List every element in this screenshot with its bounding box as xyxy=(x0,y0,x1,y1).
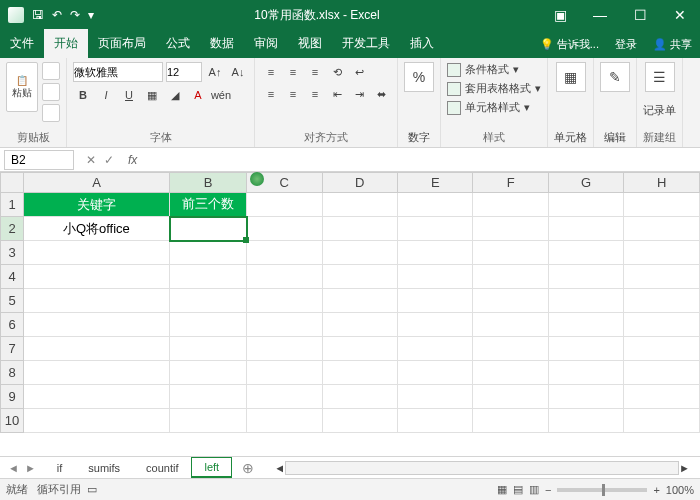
cell[interactable] xyxy=(322,265,398,289)
cell[interactable] xyxy=(548,217,624,241)
cell[interactable] xyxy=(473,337,548,361)
row-header-6[interactable]: 6 xyxy=(1,313,24,337)
cell-B1[interactable]: 前三个数 xyxy=(170,193,247,217)
cut-icon[interactable] xyxy=(42,62,60,80)
cell[interactable] xyxy=(322,385,398,409)
cell[interactable] xyxy=(548,337,624,361)
worksheet-grid[interactable]: A B C D E F G H 1 关键字 前三个数 2 小Q将office 3… xyxy=(0,172,700,456)
cell[interactable] xyxy=(548,313,624,337)
phonetic-button[interactable]: wén xyxy=(211,85,231,105)
enter-icon[interactable]: ✓ xyxy=(104,153,114,167)
horizontal-scrollbar[interactable]: ◄► xyxy=(264,461,700,475)
zoom-out-icon[interactable]: − xyxy=(545,484,551,496)
cell[interactable] xyxy=(24,289,170,313)
cell[interactable] xyxy=(398,385,473,409)
save-icon[interactable]: 🖫 xyxy=(32,8,44,22)
cell[interactable] xyxy=(322,313,398,337)
format-as-table-button[interactable]: 套用表格格式 ▾ xyxy=(447,81,541,96)
col-header-A[interactable]: A xyxy=(24,173,170,193)
tab-dev[interactable]: 开发工具 xyxy=(332,29,400,58)
cell[interactable] xyxy=(24,313,170,337)
tab-view[interactable]: 视图 xyxy=(288,29,332,58)
cell[interactable] xyxy=(170,241,247,265)
cells-button[interactable]: ▦ xyxy=(556,62,586,92)
record-form-button[interactable]: ☰ xyxy=(645,62,675,92)
italic-button[interactable]: I xyxy=(96,85,116,105)
row-header-9[interactable]: 9 xyxy=(1,385,24,409)
cell[interactable] xyxy=(624,385,700,409)
cell[interactable] xyxy=(247,313,323,337)
copy-icon[interactable] xyxy=(42,83,60,101)
cell[interactable] xyxy=(624,337,700,361)
font-name-select[interactable] xyxy=(73,62,163,82)
cell[interactable] xyxy=(473,313,548,337)
align-right-icon[interactable]: ≡ xyxy=(305,84,325,104)
cell[interactable] xyxy=(624,289,700,313)
cell[interactable] xyxy=(548,409,624,433)
cell[interactable] xyxy=(247,337,323,361)
cell[interactable] xyxy=(473,217,548,241)
maximize-button[interactable]: ☐ xyxy=(620,7,660,23)
cell[interactable] xyxy=(473,361,548,385)
redo-icon[interactable]: ↷ xyxy=(70,8,80,22)
cell[interactable] xyxy=(247,217,323,241)
col-header-B[interactable]: B xyxy=(170,173,247,193)
underline-button[interactable]: U xyxy=(119,85,139,105)
cell[interactable] xyxy=(398,241,473,265)
cell[interactable] xyxy=(24,361,170,385)
tab-nav-prev-icon[interactable]: ◄ xyxy=(8,462,19,474)
cell[interactable] xyxy=(170,265,247,289)
cell[interactable] xyxy=(398,361,473,385)
tab-formula[interactable]: 公式 xyxy=(156,29,200,58)
row-header-5[interactable]: 5 xyxy=(1,289,24,313)
bold-button[interactable]: B xyxy=(73,85,93,105)
font-size-select[interactable] xyxy=(166,62,202,82)
cell[interactable] xyxy=(473,409,548,433)
cell[interactable] xyxy=(322,289,398,313)
normal-view-icon[interactable]: ▦ xyxy=(497,483,507,496)
col-header-F[interactable]: F xyxy=(473,173,548,193)
cell[interactable] xyxy=(322,241,398,265)
tab-data[interactable]: 数据 xyxy=(200,29,244,58)
tab-home[interactable]: 开始 xyxy=(44,29,88,58)
cell[interactable] xyxy=(247,193,323,217)
increase-font-icon[interactable]: A↑ xyxy=(205,62,225,82)
cell[interactable] xyxy=(170,313,247,337)
ribbon-options-icon[interactable]: ▣ xyxy=(540,7,580,23)
align-left-icon[interactable]: ≡ xyxy=(261,84,281,104)
fill-color-button[interactable]: ◢ xyxy=(165,85,185,105)
align-center-icon[interactable]: ≡ xyxy=(283,84,303,104)
cell[interactable] xyxy=(24,409,170,433)
row-header-2[interactable]: 2 xyxy=(1,217,24,241)
cell[interactable] xyxy=(624,409,700,433)
cell[interactable] xyxy=(548,289,624,313)
cell[interactable] xyxy=(398,289,473,313)
macro-record-icon[interactable]: ▭ xyxy=(87,483,97,495)
edit-button[interactable]: ✎ xyxy=(600,62,630,92)
cell[interactable] xyxy=(247,409,323,433)
font-color-button[interactable]: A xyxy=(188,85,208,105)
cell[interactable] xyxy=(170,385,247,409)
cell[interactable] xyxy=(24,385,170,409)
cell[interactable] xyxy=(473,289,548,313)
undo-icon[interactable]: ↶ xyxy=(52,8,62,22)
name-box[interactable] xyxy=(4,150,74,170)
tab-layout[interactable]: 页面布局 xyxy=(88,29,156,58)
cell[interactable] xyxy=(322,217,398,241)
cell[interactable] xyxy=(398,337,473,361)
page-break-view-icon[interactable]: ▥ xyxy=(529,483,539,496)
cell[interactable] xyxy=(624,193,700,217)
cell[interactable] xyxy=(473,193,548,217)
cell[interactable] xyxy=(247,241,323,265)
close-button[interactable]: ✕ xyxy=(660,7,700,23)
share-button[interactable]: 👤 共享 xyxy=(645,31,700,58)
cell-styles-button[interactable]: 单元格样式 ▾ xyxy=(447,100,541,115)
percent-button[interactable]: % xyxy=(404,62,434,92)
conditional-format-button[interactable]: 条件格式 ▾ xyxy=(447,62,541,77)
formula-input[interactable] xyxy=(143,150,700,170)
cell[interactable] xyxy=(322,409,398,433)
cell[interactable] xyxy=(548,361,624,385)
select-all-corner[interactable] xyxy=(1,173,24,193)
cell[interactable] xyxy=(322,337,398,361)
cell[interactable] xyxy=(548,385,624,409)
